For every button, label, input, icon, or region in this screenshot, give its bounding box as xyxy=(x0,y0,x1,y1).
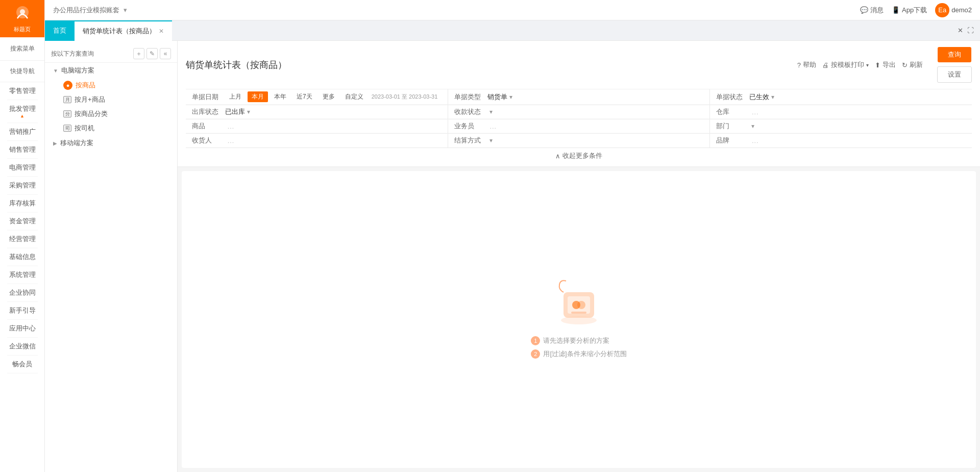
sidebar-item-inventory[interactable]: 库存核算 xyxy=(7,195,38,213)
filter-warehouse-field: 仓库 … xyxy=(710,105,972,119)
doc-type-value[interactable]: 销货单 ▾ xyxy=(487,92,704,102)
message-btn[interactable]: 💬 消息 xyxy=(860,6,884,15)
doc-status-value[interactable]: 已生效 ▾ xyxy=(749,92,966,102)
help-btn[interactable]: ? 帮助 xyxy=(797,60,816,69)
app-download-btn[interactable]: 📱 App下载 xyxy=(892,6,927,15)
svg-point-6 xyxy=(577,301,585,309)
date-tab-last-month[interactable]: 上月 xyxy=(225,91,246,102)
filter-row-2: 出库状态 已出库 ▾ 收款状态 ▾ xyxy=(186,105,972,120)
brand-value[interactable]: … xyxy=(749,136,966,145)
filter-row-1: 单据日期 上月 本月 本年 近7天 更多 自定义 2023-03-01 至 20… xyxy=(186,89,972,105)
close-window-icon[interactable]: ✕ xyxy=(958,27,963,34)
settings-button[interactable]: 设置 xyxy=(937,66,972,83)
avatar-initials: Ea xyxy=(938,6,946,14)
sidebar-logo[interactable]: 标题页 xyxy=(0,0,44,37)
tree-mobile-schemes[interactable]: ▶ 移动端方案 xyxy=(45,135,177,151)
search-menu-label[interactable]: 搜索菜单 xyxy=(10,42,35,55)
refresh-icon: ↻ xyxy=(902,61,908,69)
tree-item-by-category[interactable]: 分 按商品分类 xyxy=(59,107,177,121)
sidebar-item-member[interactable]: 畅会员 xyxy=(7,356,38,373)
message-icon: 💬 xyxy=(860,6,868,14)
sidebar-item-wechat[interactable]: 企业微信 xyxy=(7,338,38,356)
tree-item-by-product[interactable]: ● 按商品 xyxy=(59,78,177,92)
brand-dots-icon[interactable]: … xyxy=(751,136,758,145)
export-btn[interactable]: ⬆ 导出 xyxy=(875,60,896,69)
sidebar-item-finance[interactable]: 资金管理 xyxy=(7,213,38,230)
collapse-filters-btn[interactable]: ∧ 收起更多条件 xyxy=(186,148,972,160)
svg-rect-7 xyxy=(571,312,586,314)
tab-home[interactable]: 首页 xyxy=(45,20,75,41)
product-value[interactable]: … xyxy=(225,122,442,130)
date-tab-this-month[interactable]: 本月 xyxy=(248,91,268,102)
tree-pc-schemes[interactable]: ▼ 电脑端方案 xyxy=(45,63,177,78)
filter-product-field: 商品 … xyxy=(186,120,448,133)
tree-item-by-driver[interactable]: 司 按司机 xyxy=(59,121,177,135)
tree-toggle-icon: ▼ xyxy=(53,68,58,74)
left-panel: 按以下方案查询 ＋ ✎ « ▼ 电脑端方案 ● 按商品 月 按月+ xyxy=(45,41,178,472)
svg-point-1 xyxy=(20,9,25,14)
collapse-panel-btn[interactable]: « xyxy=(160,48,171,59)
tree-item-by-month-product[interactable]: 月 按月+商品 xyxy=(59,92,177,107)
sidebar-item-basic[interactable]: 基础信息 xyxy=(7,248,38,266)
sidebar-item-inventory-label: 库存核算 xyxy=(9,199,36,208)
department-value[interactable]: ▾ xyxy=(749,123,966,130)
sidebar-item-retail[interactable]: 零售管理 xyxy=(7,82,38,100)
add-scheme-btn[interactable]: ＋ xyxy=(133,48,144,59)
warehouse-value[interactable]: … xyxy=(749,108,966,116)
sidebar-item-ecommerce[interactable]: 电商管理 xyxy=(7,159,38,177)
sidebar-item-member-label: 畅会员 xyxy=(12,360,32,369)
edit-scheme-btn[interactable]: ✎ xyxy=(146,48,158,59)
sidebar-item-apps[interactable]: 应用中心 xyxy=(7,320,38,338)
tab-sales-stats[interactable]: 销货单统计表（按商品） ✕ xyxy=(75,20,172,41)
sidebar-item-marketing[interactable]: 营销推广 xyxy=(7,123,38,141)
sidebar-quicknav-section: 快捷导航 xyxy=(0,61,44,82)
receipt-status-arrow-icon: ▾ xyxy=(489,108,493,115)
sidebar-item-finance-label: 资金管理 xyxy=(9,217,36,226)
payment-value[interactable]: ▾ xyxy=(487,137,704,144)
date-tab-custom[interactable]: 自定义 xyxy=(341,91,368,102)
receiver-dots-icon[interactable]: … xyxy=(227,136,234,145)
date-tab-this-year[interactable]: 本年 xyxy=(270,91,290,102)
receipt-status-value[interactable]: ▾ xyxy=(487,108,704,115)
sidebar-item-procurement[interactable]: 采购管理 xyxy=(7,177,38,195)
out-status-value[interactable]: 已出库 ▾ xyxy=(225,107,442,116)
tab-close-icon[interactable]: ✕ xyxy=(159,28,164,35)
sidebar-item-basic-label: 基础信息 xyxy=(9,252,36,262)
print-btn[interactable]: 🖨 按模板打印 ▾ xyxy=(822,60,869,69)
product-dots-icon[interactable]: … xyxy=(227,122,234,130)
date-tab-more[interactable]: 更多 xyxy=(318,91,339,102)
sidebar-item-wholesale[interactable]: 批发管理▲ xyxy=(7,100,38,123)
date-label: 单据日期 xyxy=(192,92,225,102)
sidebar-items-list: 零售管理批发管理▲营销推广销售管理电商管理采购管理库存核算资金管理经营管理基础信… xyxy=(7,82,38,373)
date-tab-7days[interactable]: 近7天 xyxy=(292,91,316,102)
left-panel-title: 按以下方案查询 xyxy=(51,50,130,58)
refresh-btn[interactable]: ↻ 刷新 xyxy=(902,60,923,69)
quicknav-label[interactable]: 快捷导航 xyxy=(10,65,35,78)
doc-status-text: 已生效 xyxy=(749,92,769,102)
filter-receiver-field: 收货人 … xyxy=(186,134,448,148)
sidebar-item-guide[interactable]: 新手引导 xyxy=(7,302,38,320)
sidebar-item-system[interactable]: 系统管理 xyxy=(7,266,38,284)
sidebar-item-operations[interactable]: 经营管理 xyxy=(7,230,38,248)
filter-doc-type-field: 单据类型 销货单 ▾ xyxy=(448,89,710,105)
query-button[interactable]: 查询 xyxy=(938,47,971,62)
main-content: 办公用品行业模拟账套 ▾ 💬 消息 📱 App下载 Ea demo2 首页 xyxy=(45,0,980,472)
app-download-label: App下载 xyxy=(902,6,927,15)
sidebar-item-sales[interactable]: 销售管理 xyxy=(7,141,38,159)
sidebar-item-enterprise[interactable]: 企业协同 xyxy=(7,284,38,302)
sidebar-item-procurement-label: 采购管理 xyxy=(9,181,36,190)
driver-icon: 司 xyxy=(63,125,71,132)
warehouse-label: 仓库 xyxy=(716,107,749,116)
sidebar-item-apps-label: 应用中心 xyxy=(9,324,36,333)
out-status-text: 已出库 xyxy=(225,107,245,116)
sidebar-item-wechat-label: 企业微信 xyxy=(9,342,36,351)
user-profile-btn[interactable]: Ea demo2 xyxy=(935,3,972,17)
salesperson-value[interactable]: … xyxy=(487,122,704,130)
receiver-value[interactable]: … xyxy=(225,136,442,145)
warehouse-dots-icon[interactable]: … xyxy=(751,108,758,116)
salesperson-dots-icon[interactable]: … xyxy=(489,122,497,130)
maximize-icon[interactable]: ⛶ xyxy=(967,27,974,34)
product-label: 商品 xyxy=(192,122,225,131)
doc-status-label: 单据状态 xyxy=(716,92,749,102)
sidebar: 标题页 搜索菜单 快捷导航 零售管理批发管理▲营销推广销售管理电商管理采购管理库… xyxy=(0,0,45,472)
